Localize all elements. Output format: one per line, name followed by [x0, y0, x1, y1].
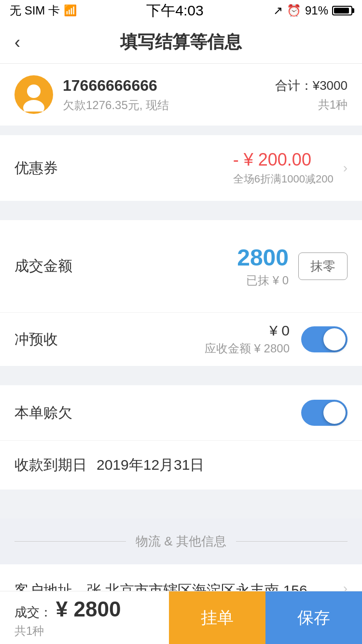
amount-sub: 已抹 ¥ 0	[237, 273, 289, 288]
coupon-discount: - ¥ 200.00	[233, 150, 334, 170]
debt-label: 本单赊欠	[14, 403, 72, 423]
amount-right: 2800 已抹 ¥ 0 抹零	[237, 244, 348, 288]
bottom-bar: 成交： ¥ 2800 共1种 挂单 保存	[0, 591, 362, 644]
section-divider-1	[0, 210, 362, 220]
customer-phone: 17666666666	[63, 77, 169, 95]
amount-value: 2800	[237, 245, 289, 270]
precollect-label: 冲预收	[14, 330, 58, 350]
section-divider-3	[0, 499, 362, 509]
duedate-value: 2019年12月31日	[97, 455, 204, 475]
svg-point-1	[27, 84, 41, 98]
status-left: 无 SIM 卡 📶	[10, 3, 77, 18]
customer-total: 合计：¥3000 共1种	[275, 77, 348, 112]
precollect-toggle[interactable]	[301, 326, 348, 352]
debt-toggle[interactable]	[301, 400, 348, 426]
precollect-value: ¥ 0	[205, 322, 290, 339]
customer-left: 17666666666 欠款1276.35元, 现结	[14, 75, 169, 114]
status-bar: 无 SIM 卡 📶 下午4:03 ↗ ⏰ 91%	[0, 0, 362, 21]
amount-row: 成交金额 2800 已抹 ¥ 0 抹零	[14, 235, 348, 298]
precollect-right: ¥ 0 应收金额 ¥ 2800	[205, 322, 348, 356]
nav-bar: ‹ 填写结算等信息	[0, 21, 362, 64]
carrier-text: 无 SIM 卡	[10, 3, 60, 18]
logistics-label: 物流 & 其他信息	[126, 533, 236, 550]
amount-label: 成交金额	[14, 256, 72, 276]
section-divider-2	[0, 366, 362, 376]
location-icon: ↗	[273, 4, 283, 17]
coupon-right: - ¥ 200.00 全场6折满1000减200 ›	[233, 150, 348, 186]
toggle-thumb	[323, 328, 346, 350]
logistics-line-right	[236, 541, 348, 542]
customer-details: 17666666666 欠款1276.35元, 现结	[63, 77, 169, 113]
debt-toggle-thumb	[323, 402, 346, 424]
amount-value-group: 2800 已抹 ¥ 0	[237, 244, 289, 288]
bottom-deal-row: 成交： ¥ 2800	[14, 597, 154, 621]
bottom-deal-amount: ¥ 2800	[56, 597, 121, 621]
precollect-row: 冲预收 ¥ 0 应收金额 ¥ 2800	[0, 312, 362, 366]
debt-row: 本单赊欠	[0, 385, 362, 440]
precollect-sub: 应收金额 ¥ 2800	[205, 341, 290, 356]
back-button[interactable]: ‹	[14, 32, 20, 53]
logistics-line-left	[14, 541, 126, 542]
pending-button[interactable]: 挂单	[169, 591, 265, 644]
duedate-label: 收款到期日	[14, 455, 87, 475]
bottom-deal-label: 成交：	[14, 605, 52, 619]
coupon-description: 全场6折满1000减200	[233, 172, 334, 186]
customer-info-card: 17666666666 欠款1276.35元, 现结 合计：¥3000 共1种	[0, 64, 362, 126]
coupon-row[interactable]: 优惠券 - ¥ 200.00 全场6折满1000减200 ›	[0, 135, 362, 201]
coupon-label: 优惠券	[14, 158, 58, 178]
avatar	[14, 75, 53, 114]
page-title: 填写结算等信息	[120, 30, 242, 54]
duedate-row: 收款到期日 2019年12月31日	[0, 440, 362, 490]
amount-section: 成交金额 2800 已抹 ¥ 0 抹零	[0, 220, 362, 312]
content: 17666666666 欠款1276.35元, 现结 合计：¥3000 共1种 …	[0, 64, 362, 644]
round-off-button[interactable]: 抹零	[298, 252, 348, 280]
wifi-icon: 📶	[64, 4, 77, 17]
bottom-total: 成交： ¥ 2800 共1种	[0, 597, 169, 639]
status-time: 下午4:03	[146, 1, 203, 21]
bottom-count: 共1种	[14, 623, 154, 639]
customer-debt-info: 欠款1276.35元, 现结	[63, 98, 169, 113]
alarm-icon: ⏰	[287, 4, 301, 17]
logistics-separator: 物流 & 其他信息	[0, 518, 362, 564]
battery-icon	[332, 6, 352, 15]
save-button[interactable]: 保存	[265, 591, 362, 644]
total-amount: 合计：¥3000	[275, 77, 348, 94]
precollect-amount: ¥ 0 应收金额 ¥ 2800	[205, 322, 290, 356]
chevron-right-icon: ›	[343, 160, 348, 176]
battery-percent: 91%	[305, 4, 328, 17]
status-right: ↗ ⏰ 91%	[273, 4, 352, 17]
coupon-info: - ¥ 200.00 全场6折满1000减200	[233, 150, 334, 186]
total-count: 共1种	[275, 97, 348, 112]
